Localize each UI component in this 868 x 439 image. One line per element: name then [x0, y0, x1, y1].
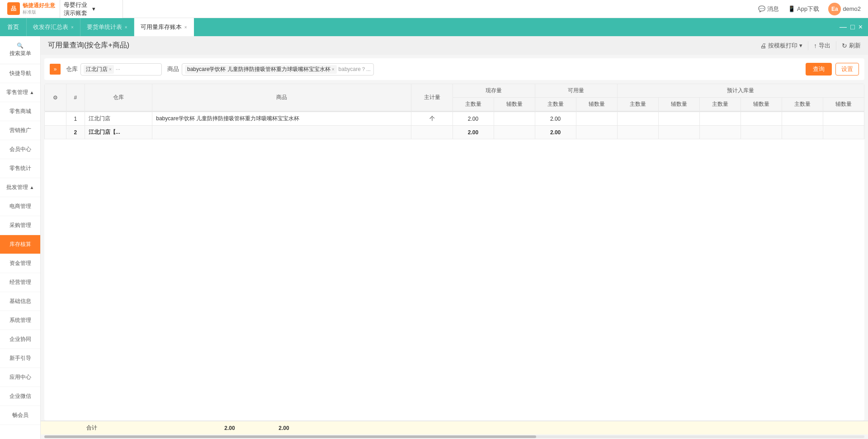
- brand-logo: 品 畅捷通好生意 标准版: [7, 2, 55, 15]
- th-no: #: [66, 84, 85, 111]
- scroll-area[interactable]: [44, 434, 864, 439]
- th-incoming-aux: 辅数量: [741, 98, 782, 111]
- footer-label: 合计: [85, 424, 99, 432]
- sidebar-item-basic-info[interactable]: 基础信息: [0, 292, 40, 311]
- tab-available-inventory[interactable]: 可用量库存账本 ×: [134, 18, 194, 36]
- minimize-icon[interactable]: —: [840, 23, 847, 31]
- row2-purchase-main: [617, 126, 658, 139]
- sidebar-purchase-label: 采购管理: [9, 222, 31, 229]
- message-btn[interactable]: 💬 消息: [758, 5, 779, 13]
- sidebar-item-app-center[interactable]: 应用中心: [0, 368, 40, 387]
- th-stock-main: 主数量: [453, 98, 494, 111]
- tab-available-close-icon[interactable]: ×: [184, 25, 187, 30]
- row1-warehouse: 江北门店: [85, 112, 152, 126]
- print-icon: 🖨: [760, 42, 766, 49]
- sidebar-item-enterprise[interactable]: 企业协同: [0, 330, 40, 349]
- row2-purchase-aux: [658, 126, 699, 139]
- product-more[interactable]: babycare？...: [339, 66, 371, 73]
- export-btn[interactable]: ↑ 导出: [814, 42, 830, 50]
- sidebar-item-ecommerce[interactable]: 电商管理: [0, 197, 40, 216]
- sidebar-wechat-label: 企业微信: [9, 392, 31, 400]
- tabbar: 首页 收发存汇总表 × 要货单统计表 × 可用量库存账本 × — □ ×: [0, 18, 868, 36]
- refresh-btn[interactable]: ↻ 刷新: [842, 42, 861, 50]
- sidebar-item-marketing[interactable]: 营销推广: [0, 121, 40, 140]
- table-container: ⚙ # 仓库 商品 主计量 现存量 可用量 预计入库量 主数量 辅数量: [44, 84, 864, 420]
- sidebar-item-finance[interactable]: 资金管理: [0, 254, 40, 273]
- sidebar-ecommerce-label: 电商管理: [9, 203, 31, 210]
- sidebar-item-retail-stats[interactable]: 零售统计: [0, 159, 40, 178]
- footer-avail-main: 2.00: [270, 425, 297, 431]
- refresh-icon: ↻: [842, 42, 847, 49]
- app-download-btn[interactable]: 📱 App下载: [788, 5, 819, 13]
- sidebar-item-retail-mgmt[interactable]: 零售管理 ▲: [0, 83, 40, 102]
- sidebar-guide-label: 新手引导: [9, 354, 31, 362]
- sidebar-item-operations[interactable]: 经营管理: [0, 273, 40, 292]
- tab-receive-label: 收发存汇总表: [33, 23, 68, 31]
- sidebar-item-system[interactable]: 系统管理: [0, 311, 40, 330]
- row2-warehouse: 江北门店【...: [85, 126, 152, 139]
- th-gear[interactable]: ⚙: [45, 84, 66, 111]
- tab-available-label: 可用量库存账本: [141, 23, 182, 31]
- brand-icon: 品: [7, 2, 20, 15]
- th-avail-group: 可用量: [535, 84, 617, 98]
- tab-order-stats[interactable]: 要货单统计表 ×: [80, 18, 134, 36]
- sidebar-item-purchase[interactable]: 采购管理: [0, 216, 40, 235]
- user-name: demo2: [843, 5, 861, 12]
- sidebar-app-center-label: 应用中心: [9, 373, 31, 381]
- sidebar-item-wechat[interactable]: 企业微信: [0, 387, 40, 406]
- sidebar-item-shortcut[interactable]: 快捷导航: [0, 64, 40, 83]
- tab-receive-close-icon[interactable]: ×: [71, 25, 74, 30]
- th-forecast-group: 预计入库量: [617, 84, 864, 98]
- query-btn[interactable]: 查询: [806, 63, 832, 76]
- sidebar-item-member[interactable]: 会员中心: [0, 140, 40, 159]
- sidebar-item-retail-mall[interactable]: 零售商城: [0, 102, 40, 121]
- product-tags-input[interactable]: babycare学饮杯 儿童防摔防撞吸管杯重力球吸嘴杯宝宝水杯 × babyca…: [182, 63, 374, 76]
- app-download-label: App下载: [797, 5, 819, 13]
- th-product-main: 主数量: [782, 98, 823, 111]
- sidebar-retail-mgmt-label: 零售管理: [6, 89, 28, 96]
- product-tag-remove[interactable]: ×: [332, 67, 335, 72]
- settings-btn[interactable]: 设置: [835, 63, 859, 76]
- warehouse-more[interactable]: ···: [116, 66, 120, 72]
- warehouse-tag-remove[interactable]: ×: [109, 67, 112, 72]
- message-icon: 💬: [758, 5, 765, 12]
- row1-incoming-main: [699, 112, 741, 126]
- tab-receive-summary[interactable]: 收发存汇总表 ×: [27, 18, 80, 36]
- row2-product-aux: [823, 126, 864, 139]
- maximize-icon[interactable]: □: [850, 23, 855, 31]
- th-incoming-main: 主数量: [699, 98, 741, 111]
- th-unit: 主计量: [411, 84, 453, 111]
- window-close-icon[interactable]: ×: [859, 23, 863, 31]
- scroll-thumb[interactable]: [44, 435, 536, 438]
- tab-home[interactable]: 首页: [0, 18, 27, 36]
- sidebar-finance-label: 资金管理: [9, 260, 31, 267]
- search-menu-btn[interactable]: 🔍 搜索菜单: [3, 40, 38, 60]
- print-template-btn[interactable]: 🖨 按模板打印 ▾: [760, 42, 802, 50]
- expand-btn[interactable]: »: [50, 64, 61, 75]
- wholesale-arrow-icon: ▲: [30, 185, 34, 190]
- warehouse-tag-text: 江北门店: [86, 66, 108, 73]
- row2-product-main: [782, 126, 823, 139]
- user-info[interactable]: Ea demo2: [828, 3, 861, 15]
- refresh-label: 刷新: [849, 42, 861, 50]
- row1-avail-aux: [576, 112, 617, 126]
- table-scroll[interactable]: ⚙ # 仓库 商品 主计量 现存量 可用量 预计入库量 主数量 辅数量: [44, 84, 864, 420]
- product-label: 商品: [167, 65, 179, 73]
- brand-info: 畅捷通好生意 标准版: [23, 2, 55, 15]
- sidebar-item-inventory[interactable]: 库存核算: [0, 235, 40, 254]
- sidebar: 🔍 搜索菜单 快捷导航 零售管理 ▲ 零售商城 营销推广 会员中心 零售统计 批…: [0, 36, 41, 439]
- tab-order-close-icon[interactable]: ×: [125, 25, 127, 30]
- topbar-right: 💬 消息 📱 App下载 Ea demo2: [758, 3, 861, 15]
- industry-selector[interactable]: 母婴行业演示账套 ▾: [60, 0, 123, 19]
- th-stock-group: 现存量: [453, 84, 535, 98]
- sidebar-item-wholesale-mgmt[interactable]: 批发管理 ▲: [0, 178, 40, 197]
- sidebar-item-vip[interactable]: 畅会员: [0, 406, 40, 425]
- sidebar-shortcut-label: 快捷导航: [9, 70, 31, 77]
- warehouse-tags-input[interactable]: 江北门店 × ···: [80, 63, 162, 76]
- row2-unit: [411, 126, 453, 139]
- footer-stock-main: 2.00: [216, 425, 243, 431]
- sidebar-item-guide[interactable]: 新手引导: [0, 349, 40, 368]
- th-purchase-aux: 辅数量: [658, 98, 699, 111]
- warehouse-tag-1: 江北门店 ×: [84, 65, 114, 74]
- row1-incoming-aux: [741, 112, 782, 126]
